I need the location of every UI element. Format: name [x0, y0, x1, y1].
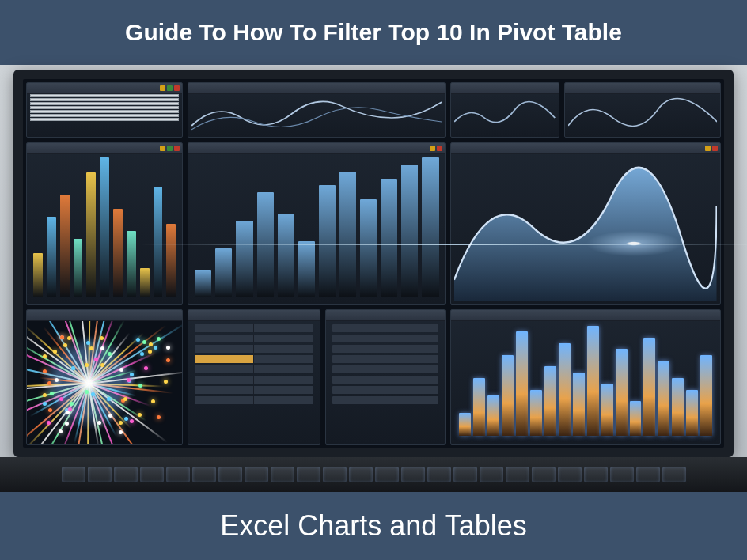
firework-spark — [108, 352, 112, 356]
chart-bar — [195, 270, 211, 297]
window-max-icon — [167, 146, 173, 151]
spreadsheet-rows — [30, 94, 179, 134]
title-banner-bottom: Excel Charts and Tables — [0, 492, 747, 560]
panel-spreadsheet — [26, 82, 183, 138]
firework-spark — [130, 373, 134, 376]
firework-spark — [100, 363, 104, 367]
firework-spark — [154, 346, 157, 350]
firework-spark — [123, 397, 127, 401]
keyboard-key — [114, 467, 138, 482]
data-table-a — [191, 321, 317, 441]
glow-bar — [573, 373, 585, 436]
keyboard-key — [62, 467, 85, 482]
chart-bar — [60, 195, 70, 297]
glow-bar — [502, 355, 514, 436]
firework-spark — [47, 421, 51, 425]
keyboard-key — [427, 467, 451, 482]
panel-titlebar — [326, 310, 446, 321]
keyboard-key — [349, 467, 373, 482]
firework-spark — [67, 336, 71, 340]
firework-spark — [43, 393, 47, 397]
chart-bar — [47, 217, 56, 298]
glow-bar — [459, 413, 471, 436]
firework-spark — [127, 378, 131, 382]
chart-bar — [422, 157, 438, 297]
panel-data-table-a — [188, 309, 320, 445]
glow-bar — [672, 378, 684, 436]
glow-bar — [686, 390, 698, 436]
chart-bar — [278, 214, 294, 297]
dashboard-screen — [23, 79, 724, 448]
glow-bar — [643, 338, 655, 436]
firework-spark — [130, 419, 134, 423]
firework-spark — [108, 414, 112, 418]
keyboard-key — [88, 467, 112, 482]
keyboard-key — [506, 467, 529, 482]
keyboard-key — [453, 467, 477, 482]
panel-titlebar — [27, 310, 182, 321]
firework-spark — [151, 399, 155, 403]
firework-spark — [94, 358, 98, 361]
firework-spark — [59, 397, 63, 401]
panel-bar-chart-b — [188, 142, 446, 305]
firework-spark — [124, 417, 128, 421]
firework-spark — [166, 358, 170, 362]
chart-bar — [100, 157, 109, 297]
keyboard-key — [662, 467, 686, 482]
laptop-illustration — [0, 65, 747, 492]
wave-chart-c — [568, 94, 717, 134]
keyboard-key — [558, 467, 582, 482]
glow-bar — [587, 326, 599, 436]
keyboard-key — [375, 467, 399, 482]
keyboard-key — [192, 467, 216, 482]
keyboard-key — [218, 467, 242, 482]
panel-glow-bars — [450, 309, 721, 445]
chart-bar — [127, 231, 136, 297]
line-chart-icon — [454, 94, 555, 134]
chart-bar — [381, 179, 397, 298]
window-min-icon — [160, 146, 165, 151]
chart-bar — [257, 192, 274, 297]
firework-spark — [157, 337, 161, 341]
chart-bar — [360, 199, 377, 297]
firework-spark — [142, 340, 146, 344]
panel-fireworks — [26, 309, 183, 445]
firework-spark — [89, 346, 93, 350]
glow-bar — [487, 395, 499, 436]
panel-bar-chart-a — [26, 142, 183, 305]
glow-bar — [530, 390, 542, 436]
glow-bar — [630, 401, 642, 436]
keyboard-key — [401, 467, 425, 482]
panel-titlebar — [451, 143, 720, 154]
firework-spark — [164, 380, 168, 384]
glow-bar — [616, 349, 628, 436]
line-chart-icon — [191, 94, 442, 134]
window-max-icon — [167, 85, 173, 91]
firework-spark — [85, 390, 89, 394]
firework-spark — [59, 429, 63, 433]
glow-bar — [544, 366, 556, 436]
panel-titlebar — [188, 310, 320, 321]
glow-bar-chart — [454, 321, 717, 441]
wave-chart-b — [454, 94, 555, 134]
area-chart-icon — [454, 154, 717, 301]
chart-bar — [298, 241, 315, 297]
chart-bar — [236, 221, 252, 297]
chart-bar — [74, 239, 83, 298]
chart-bar — [140, 268, 150, 297]
firework-spark — [55, 378, 59, 382]
firework-spark — [138, 384, 142, 388]
data-table-b — [329, 321, 442, 441]
window-min-icon — [705, 146, 711, 151]
chart-bar — [215, 248, 232, 297]
window-min-icon — [430, 146, 435, 151]
panel-titlebar — [188, 83, 445, 94]
keyboard-key — [584, 467, 608, 482]
chart-bar — [401, 165, 418, 297]
panel-wave-c — [564, 82, 721, 138]
area-chart — [454, 154, 717, 301]
chart-bar — [166, 224, 176, 297]
glow-bar — [473, 378, 485, 436]
panel-wave-a — [188, 82, 446, 138]
firework-spark — [166, 346, 170, 350]
